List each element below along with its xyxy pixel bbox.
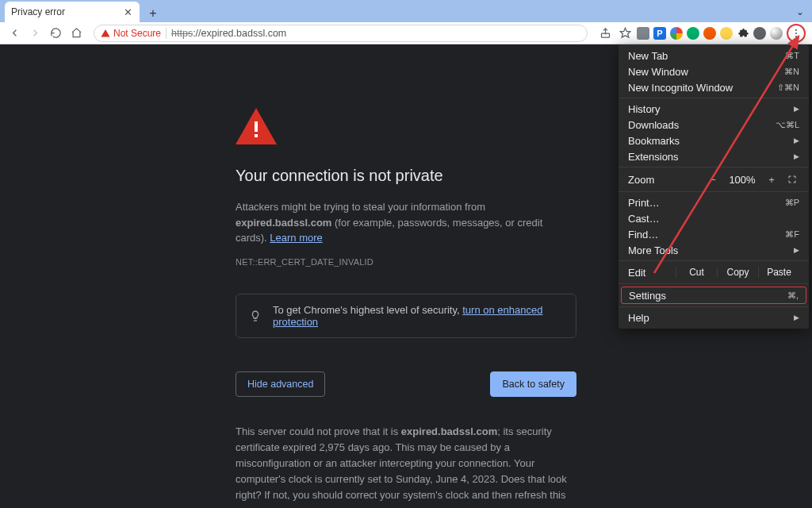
- learn-more-link[interactable]: Learn more: [270, 232, 322, 244]
- home-button[interactable]: [68, 25, 84, 41]
- error-code: NET::ERR_CERT_DATE_INVALID: [236, 257, 576, 267]
- toolbar: Not Secure https://expired.badssl.com P: [0, 22, 812, 44]
- menu-cast[interactable]: Cast…: [619, 210, 809, 226]
- extension-icon[interactable]: [720, 27, 733, 40]
- tab-list-dropdown-icon[interactable]: ⌄: [796, 6, 804, 17]
- not-secure-label: Not Secure: [113, 28, 161, 39]
- menu-extensions[interactable]: Extensions▶: [619, 148, 809, 164]
- menu-history[interactable]: History▶: [619, 101, 809, 117]
- tab-title: Privacy error: [11, 6, 117, 17]
- url-rest: ://expired.badssl.com: [193, 28, 286, 39]
- menu-paste[interactable]: Paste: [758, 267, 799, 278]
- chevron-right-icon: ▶: [794, 314, 799, 321]
- warning-triangle-icon: [236, 108, 277, 144]
- svg-point-4: [795, 36, 797, 37]
- menu-separator: [619, 98, 809, 98]
- extension-icon[interactable]: [703, 27, 716, 40]
- new-tab-button[interactable]: +: [144, 5, 162, 22]
- chevron-right-icon: ▶: [794, 105, 799, 113]
- menu-help[interactable]: Help▶: [619, 310, 809, 325]
- menu-print[interactable]: Print…⌘P: [619, 194, 809, 210]
- menu-separator: [619, 167, 809, 167]
- menu-new-incognito[interactable]: New Incognito Window⇧⌘N: [619, 79, 809, 95]
- address-bar[interactable]: Not Secure https://expired.badssl.com: [94, 25, 588, 42]
- svg-marker-1: [620, 28, 630, 37]
- menu-separator: [619, 306, 809, 307]
- forward-button[interactable]: [27, 25, 43, 41]
- puzzle-icon[interactable]: [737, 27, 749, 40]
- advanced-detail-text: This server could not prove that it is e…: [236, 424, 576, 509]
- zoom-value: 100%: [726, 174, 758, 186]
- svg-rect-5: [255, 121, 258, 132]
- tab-strip: Privacy error ✕ + ⌄: [0, 0, 812, 22]
- zoom-out-button[interactable]: −: [706, 174, 720, 186]
- url-scheme: https: [171, 28, 193, 39]
- svg-point-3: [795, 32, 797, 33]
- menu-find[interactable]: Find…⌘F: [619, 226, 809, 242]
- extension-icon[interactable]: P: [653, 27, 666, 40]
- menu-separator: [619, 191, 809, 192]
- extension-icon[interactable]: [687, 27, 699, 40]
- extension-icon[interactable]: [670, 27, 683, 40]
- chevron-right-icon: ▶: [794, 246, 799, 254]
- menu-zoom-row: Zoom − 100% +: [619, 170, 809, 189]
- svg-point-2: [795, 29, 797, 30]
- menu-settings[interactable]: Settings⌘,: [621, 287, 806, 304]
- browser-tab[interactable]: Privacy error ✕: [5, 2, 140, 22]
- back-button[interactable]: [6, 25, 22, 41]
- back-to-safety-button[interactable]: Back to safety: [490, 371, 576, 397]
- vertical-dots-icon: [791, 28, 802, 39]
- not-secure-chip[interactable]: Not Secure: [101, 28, 161, 39]
- warning-paragraph: Attackers might be trying to steal your …: [236, 199, 576, 246]
- lightbulb-icon: [249, 310, 262, 322]
- menu-downloads[interactable]: Downloads⌥⌘L: [619, 117, 809, 133]
- menu-separator: [619, 260, 809, 261]
- fullscreen-button[interactable]: [785, 175, 799, 184]
- menu-new-tab[interactable]: New Tab⌘T: [619, 48, 809, 64]
- svg-rect-6: [255, 134, 258, 137]
- bookmark-star-icon[interactable]: [617, 25, 633, 41]
- toolbar-right: P: [597, 24, 806, 43]
- zoom-in-button[interactable]: +: [764, 174, 779, 186]
- close-tab-icon[interactable]: ✕: [122, 6, 133, 17]
- menu-cut[interactable]: Cut: [676, 267, 717, 278]
- menu-edit-row: Edit Cut Copy Paste: [619, 264, 809, 281]
- menu-new-window[interactable]: New Window⌘N: [619, 64, 809, 79]
- enhanced-protection-tip: To get Chrome's highest level of securit…: [236, 294, 576, 338]
- extension-icon[interactable]: [753, 27, 766, 40]
- chevron-right-icon: ▶: [794, 137, 799, 144]
- warning-icon: [101, 29, 110, 38]
- share-icon[interactable]: [597, 25, 613, 41]
- extension-icon[interactable]: [637, 27, 649, 40]
- reload-button[interactable]: [48, 25, 63, 41]
- menu-separator: [619, 283, 809, 284]
- hide-advanced-button[interactable]: Hide advanced: [236, 371, 325, 397]
- chevron-right-icon: ▶: [794, 152, 799, 160]
- menu-more-tools[interactable]: More Tools▶: [619, 242, 809, 258]
- profile-avatar[interactable]: [770, 27, 783, 40]
- menu-copy[interactable]: Copy: [717, 267, 758, 278]
- chrome-menu: New Tab⌘T New Window⌘N New Incognito Win…: [619, 44, 809, 329]
- menu-bookmarks[interactable]: Bookmarks▶: [619, 133, 809, 148]
- omnibox-separator: [166, 28, 167, 39]
- page-heading: Your connection is not private: [236, 167, 576, 185]
- url-text: https://expired.badssl.com: [171, 28, 286, 39]
- more-menu-button[interactable]: [787, 24, 806, 43]
